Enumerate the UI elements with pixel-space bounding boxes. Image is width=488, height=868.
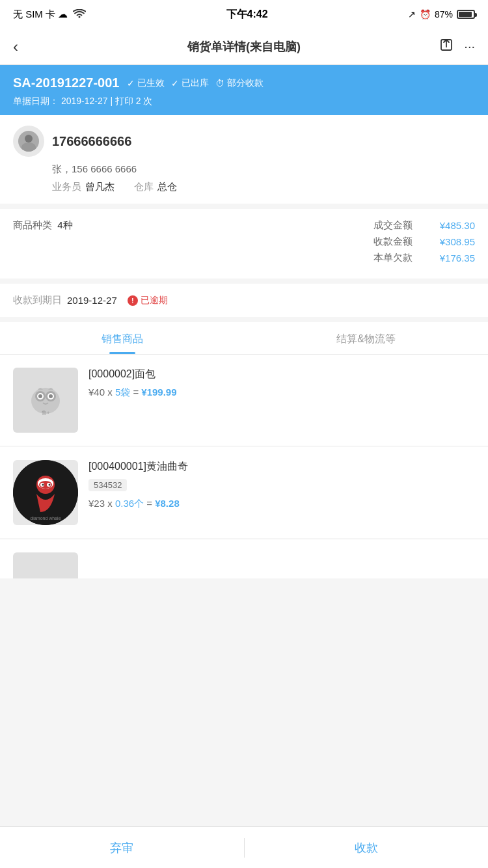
product-sku-2: 534532 [88, 479, 127, 491]
customer-row: 17666666666 [13, 126, 475, 157]
battery-icon [457, 10, 475, 19]
svg-point-7 [38, 394, 42, 398]
owed-label: 本单欠款 [373, 252, 413, 264]
received-value: ¥308.95 [423, 236, 475, 247]
product-price-2: ¥23 x 0.36个 = ¥8.28 [88, 498, 475, 510]
product-info-1: [0000002]面包 ¥40 x 5袋 = ¥199.99 [88, 368, 475, 399]
print-info: | 打印 2 次 [110, 96, 152, 106]
customer-section: 17666666666 张，156 6666 6666 业务员 曾凡杰 仓库 总… [0, 115, 488, 204]
svg-text:diamond whale: diamond whale [30, 516, 61, 521]
status-right: ↗ ⏰ 87% [408, 9, 475, 20]
badge-partial: ⏱ 部分收款 [215, 77, 264, 89]
product-count: 4种 [57, 219, 72, 230]
owed-amount-row: 本单欠款 ¥176.35 [373, 252, 475, 264]
nav-actions: ··· [439, 38, 475, 55]
amounts-section: 成交金额 ¥485.30 收款金额 ¥308.95 本单欠款 ¥176.35 [373, 219, 475, 268]
tab-settlement[interactable]: 结算&物流等 [244, 322, 488, 354]
status-time: 下午4:42 [226, 8, 268, 21]
status-bar: 无 SIM 卡 ☁ 下午4:42 ↗ ⏰ 87% [0, 0, 488, 29]
bottom-bar: 弃审 收款 [0, 826, 488, 868]
qty-1: 5袋 [115, 387, 130, 398]
svg-text:鲁+: 鲁+ [42, 410, 50, 416]
status-badges: ✓ 已生效 ✓ 已出库 ⏱ 部分收款 [127, 77, 264, 89]
battery-percent: 87% [435, 9, 453, 20]
product-item-partial [0, 539, 488, 578]
svg-point-16 [42, 484, 44, 486]
badge-shipped: ✓ 已出库 [171, 77, 209, 89]
product-thumb-2: diamond whale [13, 460, 78, 525]
avatar [13, 126, 44, 157]
product-item: 鲁+ [0000002]面包 ¥40 x 5袋 = ¥199.99 [0, 355, 488, 446]
wifi-icon [73, 9, 86, 20]
price-base-2: ¥23 [88, 498, 105, 509]
sim-label: 无 SIM 卡 ☁ [13, 8, 68, 21]
customer-name: 17666666666 [52, 134, 131, 149]
alarm-icon: ⏰ [420, 9, 431, 20]
sales-label: 业务员 [52, 181, 81, 193]
customer-detail: 张，156 6666 6666 [13, 163, 475, 176]
svg-point-8 [49, 394, 53, 398]
date-label: 单据日期： [13, 96, 59, 106]
product-image-2: diamond whale [13, 460, 78, 525]
clock-icon: ⏱ [215, 78, 224, 88]
share-icon[interactable] [439, 38, 454, 55]
warehouse-value: 总仓 [157, 181, 177, 193]
collect-button[interactable]: 收款 [245, 827, 489, 868]
avatar-icon [18, 131, 39, 152]
due-section: 收款到期日 2019-12-27 ! 已逾期 [0, 284, 488, 317]
total-1: ¥199.99 [141, 387, 176, 398]
sales-person: 曾凡杰 [85, 181, 115, 193]
tabs-section: 销售商品 结算&物流等 [0, 322, 488, 355]
back-button[interactable]: ‹ [13, 38, 39, 56]
order-id: SA-20191227-001 [13, 75, 119, 90]
order-date-row: 单据日期： 2019-12-27 | 打印 2 次 [13, 96, 475, 107]
owed-value: ¥176.35 [423, 252, 475, 264]
svg-point-17 [49, 484, 51, 486]
nav-bar: ‹ 销货单详情(来自电脑) ··· [0, 29, 488, 65]
customer-meta: 业务员 曾凡杰 仓库 总仓 [13, 181, 475, 193]
product-thumb-3 [13, 552, 78, 578]
overdue-label: 已逾期 [141, 295, 168, 306]
status-left: 无 SIM 卡 ☁ [13, 8, 86, 21]
cancel-audit-button[interactable]: 弃审 [0, 827, 244, 868]
page-title: 销货单详情(来自电脑) [187, 39, 301, 55]
overdue-badge: ! 已逾期 [128, 295, 168, 306]
badge-activated: ✓ 已生效 [127, 77, 165, 89]
qty-2: 0.36个 [115, 498, 144, 509]
svg-point-0 [79, 16, 81, 18]
overdue-icon: ! [128, 295, 138, 306]
warehouse-label: 仓库 [134, 181, 154, 193]
owl-icon: 鲁+ [26, 378, 65, 423]
check-icon-2: ✓ [171, 78, 179, 88]
more-icon[interactable]: ··· [464, 39, 475, 54]
deal-amount-value: ¥485.30 [423, 220, 475, 231]
tab-sales-products[interactable]: 销售商品 [0, 322, 244, 354]
order-date: 2019-12-27 [61, 96, 108, 106]
location-icon: ↗ [408, 9, 416, 20]
check-icon-1: ✓ [127, 78, 135, 88]
product-name-1: [0000002]面包 [88, 368, 475, 381]
product-type-label: 商品种类 [13, 219, 52, 230]
summary-section: 商品种类 4种 成交金额 ¥485.30 收款金额 ¥308.95 本单欠款 ¥… [0, 209, 488, 278]
product-price-1: ¥40 x 5袋 = ¥199.99 [88, 387, 475, 399]
deal-amount-label: 成交金额 [373, 219, 413, 232]
total-2: ¥8.28 [155, 498, 180, 509]
received-label: 收款金额 [373, 236, 413, 248]
due-date: 2019-12-27 [67, 295, 117, 306]
product-type-info: 商品种类 4种 [13, 219, 73, 232]
product-thumb-1: 鲁+ [13, 368, 78, 433]
product-info-2: [000400001]黄油曲奇 534532 ¥23 x 0.36个 = ¥8.… [88, 460, 475, 510]
received-amount-row: 收款金额 ¥308.95 [373, 236, 475, 248]
product-name-2: [000400001]黄油曲奇 [88, 460, 475, 474]
product-list: 鲁+ [0000002]面包 ¥40 x 5袋 = ¥199.99 [0, 355, 488, 578]
deal-amount-row: 成交金额 ¥485.30 [373, 219, 475, 232]
due-label: 收款到期日 [13, 294, 62, 306]
price-base-1: ¥40 [88, 387, 105, 398]
header-banner: SA-20191227-001 ✓ 已生效 ✓ 已出库 ⏱ 部分收款 单据日期：… [0, 65, 488, 115]
product-item: diamond whale [000400001]黄油曲奇 534532 ¥23… [0, 447, 488, 538]
